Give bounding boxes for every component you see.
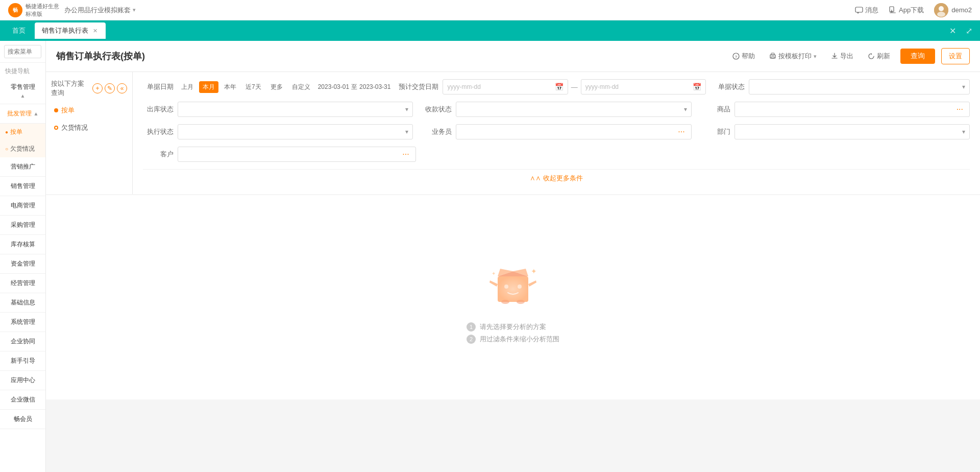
- sidebar-item-marketing[interactable]: 营销推广: [0, 157, 45, 177]
- refresh-btn[interactable]: 刷新: [864, 50, 894, 63]
- date-btn-last-month[interactable]: 上月: [178, 81, 197, 93]
- scheme-header-icons: + ✎ «: [92, 83, 127, 93]
- empty-state: ✦ ✦ 1 请先选择要分析的方案 2 用过滤条件来缩小分析范围: [46, 195, 980, 399]
- receipt-status-select[interactable]: ▾: [456, 102, 691, 117]
- sidebar-item-system[interactable]: 系统管理: [0, 313, 45, 332]
- search-btn[interactable]: 查询: [900, 49, 935, 64]
- collapse-arrow-icon: ∧∧: [530, 174, 541, 182]
- scheme-item-by-order[interactable]: 按单: [46, 102, 132, 119]
- user-btn[interactable]: demo2: [934, 3, 972, 17]
- shipment-status-select[interactable]: ▾: [178, 102, 413, 117]
- sidebar-item-retail[interactable]: 零售管理 ▲: [0, 78, 45, 104]
- expected-date-end[interactable]: yyyy-mm-dd 📅: [581, 79, 706, 95]
- customer-more-icon[interactable]: ···: [400, 150, 411, 159]
- sidebar-sub-menu: ● 按单 ○ 欠货情况: [0, 124, 45, 157]
- goods-more-icon[interactable]: ···: [954, 105, 965, 114]
- filter-shipment-status: 出库状态 ▾: [143, 102, 413, 117]
- svg-rect-2: [890, 12, 896, 13]
- help-icon: ?: [732, 53, 740, 60]
- sidebar-item-ecommerce[interactable]: 电商管理: [0, 196, 45, 216]
- main-layout: 快捷导航 零售管理 ▲ 批发管理 ▲ ● 按单 ○ 欠货情况 营销推广 销售管理: [0, 41, 980, 472]
- sidebar-item-enterprise[interactable]: 企业协同: [0, 332, 45, 351]
- filter-collapse-btn[interactable]: ∧∧ 收起更多条件: [143, 169, 970, 187]
- settings-btn[interactable]: 设置: [941, 48, 970, 64]
- search-input[interactable]: [4, 45, 41, 58]
- scheme-item-owe-goods[interactable]: 欠货情况: [46, 119, 132, 136]
- add-scheme-btn[interactable]: +: [92, 83, 103, 93]
- filter-goods: 商品 ···: [700, 102, 970, 117]
- sidebar-search-container: [0, 41, 45, 63]
- filter-scheme-panel: 按以下方案查询 + ✎ « 按单 欠货情况: [46, 72, 133, 194]
- print-template-btn[interactable]: 按模板打印 ▾: [765, 50, 821, 63]
- header-title[interactable]: 办公用品行业模拟账套 ▾: [64, 6, 136, 15]
- calendar-start-icon[interactable]: 📅: [555, 83, 564, 91]
- date-btn-this-year[interactable]: 本年: [220, 81, 240, 93]
- export-btn[interactable]: 导出: [827, 50, 857, 63]
- tab-bar: 首页 销售订单执行表 ✕ ✕ ⤢: [0, 20, 980, 41]
- filter-dept: 部门 ▾: [700, 124, 970, 139]
- sidebar-item-owe-goods[interactable]: ○ 欠货情况: [0, 140, 45, 157]
- content-area: 销售订单执行表(按单) ? 帮助 按模板打印 ▾ 导出 刷新: [46, 41, 980, 472]
- sidebar-item-by-order[interactable]: ● 按单: [0, 124, 45, 140]
- collapse-scheme-btn[interactable]: «: [117, 83, 127, 93]
- date-btn-7days[interactable]: 近7天: [242, 81, 265, 93]
- sidebar-item-operations[interactable]: 经营管理: [0, 274, 45, 293]
- filter-panel: 按以下方案查询 + ✎ « 按单 欠货情况: [46, 72, 980, 194]
- sidebar-item-base[interactable]: 基础信息: [0, 293, 45, 313]
- calendar-end-icon[interactable]: 📅: [693, 83, 701, 91]
- filter-scheme-header: 按以下方案查询 + ✎ «: [46, 77, 132, 102]
- app-download-btn[interactable]: App下载: [889, 6, 924, 15]
- exec-status-select[interactable]: ▾: [178, 124, 413, 139]
- goods-input[interactable]: ···: [734, 102, 970, 117]
- date-btn-custom[interactable]: 自定义: [288, 81, 314, 93]
- edit-scheme-btn[interactable]: ✎: [105, 83, 115, 93]
- scheme-dot-filled: [54, 108, 58, 112]
- sidebar-item-finance[interactable]: 资金管理: [0, 254, 45, 274]
- date-btn-more[interactable]: 更多: [267, 81, 286, 93]
- shipment-chevron: ▾: [405, 106, 408, 113]
- filter-row-2: 出库状态 ▾ 收款状态 ▾ 商品: [143, 102, 970, 117]
- empty-illustration: ✦ ✦: [482, 251, 544, 312]
- salesperson-more-icon[interactable]: ···: [676, 127, 687, 136]
- exec-status-label: 执行状态: [143, 127, 174, 136]
- sidebar-item-apps[interactable]: 应用中心: [0, 371, 45, 390]
- help-btn[interactable]: ? 帮助: [728, 50, 759, 63]
- expected-date-start[interactable]: yyyy-mm-dd 📅: [443, 79, 568, 95]
- message-btn[interactable]: 消息: [855, 6, 878, 15]
- tip-num-2: 2: [467, 335, 476, 344]
- svg-text:?: ?: [735, 55, 738, 59]
- filter-receipt-status: 收款状态 ▾: [421, 102, 691, 117]
- salesperson-input[interactable]: ···: [456, 124, 691, 139]
- svg-point-12: [504, 285, 508, 289]
- doc-status-select[interactable]: ▾: [749, 79, 970, 95]
- sidebar-item-wechat[interactable]: 企业微信: [0, 390, 45, 410]
- tab-sales-order[interactable]: 销售订单执行表 ✕: [35, 22, 106, 39]
- dept-chevron: ▾: [962, 128, 965, 135]
- tab-home[interactable]: 首页: [5, 22, 33, 39]
- sidebar-item-purchase[interactable]: 采购管理: [0, 216, 45, 235]
- message-icon: [855, 6, 863, 14]
- filter-customer: 客户 ···: [143, 147, 416, 162]
- filter-row-3: 执行状态 ▾ 业务员 ··· 部门: [143, 124, 970, 139]
- sidebar-item-inventory[interactable]: 库存核算: [0, 235, 45, 254]
- print-icon: [769, 53, 776, 60]
- tab-close-all-btn[interactable]: ✕: [946, 25, 959, 37]
- tab-bar-controls: ✕ ⤢: [946, 25, 975, 37]
- customer-input[interactable]: ···: [178, 147, 416, 162]
- sidebar-item-wholesale[interactable]: 批发管理 ▲: [0, 104, 45, 124]
- svg-point-14: [501, 300, 509, 304]
- sidebar-item-member[interactable]: 畅会员: [0, 410, 45, 429]
- sidebar-item-newbie[interactable]: 新手引导: [0, 351, 45, 371]
- expected-date-label: 预计交货日期: [399, 82, 438, 91]
- by-order-icon: ●: [5, 129, 8, 135]
- wholesale-arrow-icon: ▲: [34, 111, 39, 116]
- tab-expand-btn[interactable]: ⤢: [963, 25, 975, 37]
- sidebar-item-sales[interactable]: 销售管理: [0, 177, 45, 196]
- dept-select[interactable]: ▾: [734, 124, 970, 139]
- tab-close-btn[interactable]: ✕: [91, 27, 99, 34]
- receipt-chevron: ▾: [684, 106, 687, 113]
- print-dropdown-icon[interactable]: ▾: [814, 53, 817, 60]
- header-dropdown-icon[interactable]: ▾: [133, 7, 136, 13]
- empty-tip-2: 2 用过滤条件来缩小分析范围: [467, 335, 559, 344]
- date-btn-current-month[interactable]: 本月: [199, 81, 218, 93]
